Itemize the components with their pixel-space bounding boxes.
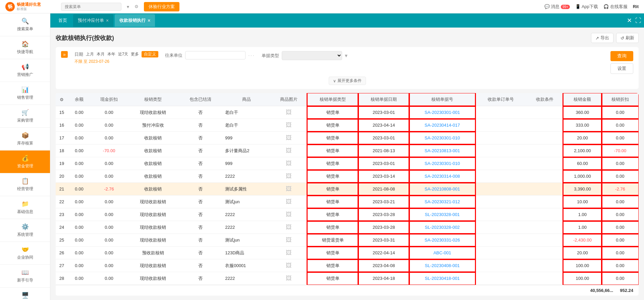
table-cell: 0.00 bbox=[68, 170, 91, 183]
wo-number-link[interactable]: SA-20230314-008 bbox=[425, 174, 460, 179]
table-cell: 0.00 bbox=[602, 221, 639, 234]
sidebar-item-finance[interactable]: 💰 资金管理 bbox=[0, 151, 50, 173]
voucher-type-select[interactable] bbox=[282, 51, 342, 60]
table-cell[interactable]: SA-20230321-012 bbox=[409, 196, 475, 208]
search-icon: 🔍 bbox=[21, 17, 29, 25]
table-cell[interactable]: SA-20230314-008 bbox=[409, 170, 475, 183]
tab-home[interactable]: 首页 bbox=[53, 13, 72, 28]
date-7days[interactable]: 近7天 bbox=[118, 51, 128, 57]
user-name[interactable]: Rit bbox=[633, 4, 639, 9]
wo-number-link[interactable]: SA-20230414-017 bbox=[425, 123, 460, 128]
date-last-month[interactable]: 上月 bbox=[86, 51, 94, 57]
wo-number-link[interactable]: SA-20230301-001 bbox=[425, 110, 460, 115]
table-cell: -70.00 bbox=[91, 144, 127, 157]
wo-number-link[interactable]: SA-20230321-012 bbox=[425, 199, 460, 204]
table-cell: 销货单 bbox=[307, 119, 358, 132]
industry-btn[interactable]: 休验行业方案 bbox=[144, 2, 179, 11]
table-cell: 🖼 bbox=[270, 234, 307, 247]
sidebar-item-collab[interactable]: 🤝 企业协同 bbox=[0, 242, 50, 265]
sidebar-item-label: 基础信息 bbox=[17, 209, 33, 215]
dropdown-icon[interactable]: ▾ bbox=[127, 4, 129, 9]
partner-input[interactable] bbox=[185, 51, 246, 59]
tab-prepay-close[interactable]: × bbox=[106, 18, 109, 23]
date-this-year[interactable]: 本年 bbox=[107, 51, 115, 57]
sidebar-item-guide[interactable]: 📖 新手引导 bbox=[0, 265, 50, 288]
base-icon: 📁 bbox=[21, 200, 29, 208]
date-this-month[interactable]: 本月 bbox=[97, 51, 105, 57]
online-service[interactable]: 🎧 在线客服 bbox=[603, 4, 628, 10]
table-cell bbox=[475, 132, 526, 144]
wo-number-link[interactable]: SA-20210808-001 bbox=[425, 186, 460, 191]
app-download[interactable]: 📱 App下载 bbox=[575, 4, 598, 10]
table-cell[interactable]: SA-20230414-017 bbox=[409, 119, 475, 132]
wo-number-link[interactable]: SL-20230408-001 bbox=[425, 263, 460, 268]
tab-writeoff[interactable]: 收款核销执行 × bbox=[115, 14, 155, 27]
sidebar-item-search[interactable]: 🔍 搜索菜单 bbox=[0, 13, 50, 36]
table-cell bbox=[475, 119, 526, 132]
wo-number-link[interactable]: SA-20230331-026 bbox=[425, 238, 460, 243]
wo-number-link[interactable]: SL-20230328-002 bbox=[425, 225, 460, 230]
sidebar-item-label: 采购管理 bbox=[17, 118, 33, 123]
table-cell: 15 bbox=[56, 106, 68, 119]
table-cell[interactable]: ABC-001 bbox=[409, 247, 475, 259]
messages-icon[interactable]: 💬 消息 99+ bbox=[544, 4, 570, 10]
sidebar-item-sales[interactable]: 📊 销售管理 bbox=[0, 82, 50, 105]
wo-number-link[interactable]: SA-20230301-010 bbox=[425, 135, 460, 140]
tab-writeoff-close[interactable]: × bbox=[148, 18, 150, 23]
export-button[interactable]: ↗ 导出 bbox=[591, 33, 613, 43]
table-cell: 20.00 bbox=[563, 132, 602, 144]
table-cell[interactable]: SL-20230408-001 bbox=[409, 259, 475, 272]
wo-number-link[interactable]: SA-20210813-001 bbox=[425, 148, 460, 153]
table-cell bbox=[475, 221, 526, 234]
table-cell[interactable]: SA-20230301-010 bbox=[409, 157, 475, 170]
table-cell bbox=[526, 170, 563, 183]
close-window-icon[interactable]: ✕ bbox=[627, 17, 632, 24]
table-cell: 销货单 bbox=[307, 208, 358, 221]
table-cell: 现结收款核销 bbox=[127, 234, 178, 247]
refresh-button[interactable]: ↺ 刷新 bbox=[616, 33, 639, 43]
table-cell[interactable]: SL-20230418-001 bbox=[409, 272, 475, 285]
sidebar-item-system[interactable]: ⚙️ 系统管理 bbox=[0, 219, 50, 242]
sidebar-item-nav[interactable]: 🏠 快捷导航 bbox=[0, 36, 50, 59]
table-cell[interactable]: SA-20210808-001 bbox=[409, 183, 475, 196]
tab-prepay[interactable]: 预付冲应付单 × bbox=[73, 14, 113, 27]
wo-number-link[interactable]: ABC-001 bbox=[433, 250, 451, 255]
col-settings-header[interactable]: ⚙ bbox=[56, 93, 68, 106]
col-balance-header: 余额 bbox=[68, 93, 91, 106]
collapse-icon[interactable]: » bbox=[61, 51, 68, 58]
wo-number-link[interactable]: SL-20230418-001 bbox=[425, 276, 460, 281]
table-cell[interactable]: SL-20230328-001 bbox=[409, 208, 475, 221]
table-cell: 0.00 bbox=[68, 144, 91, 157]
table-cell: 2023-03-28 bbox=[358, 208, 409, 221]
table-cell[interactable]: SA-20230331-026 bbox=[409, 234, 475, 247]
maximize-icon[interactable]: ⛶ bbox=[635, 17, 641, 24]
table-cell[interactable]: SA-20230301-001 bbox=[409, 106, 475, 119]
date-filter: 日期 上月 本月 本年 近7天 更多 自定义 不限 至 2023-07-26 bbox=[74, 51, 159, 65]
table-cell[interactable]: SL-20230328-002 bbox=[409, 221, 475, 234]
sidebar-item-base[interactable]: 📁 基础信息 bbox=[0, 196, 50, 219]
table-cell[interactable]: SA-20210813-001 bbox=[409, 144, 475, 157]
sidebar-item-operations[interactable]: 📋 经营管理 bbox=[0, 173, 50, 196]
total-discount: 952.24 bbox=[620, 288, 633, 293]
wo-number-link[interactable]: SL-20230328-001 bbox=[425, 212, 460, 217]
table-cell: 2022-04-14 bbox=[358, 247, 409, 259]
settings-button[interactable]: 设置 bbox=[610, 63, 633, 74]
col-wo-voucher-type-header: 核销单据类型 bbox=[307, 93, 358, 106]
date-more[interactable]: 更多 bbox=[131, 51, 139, 57]
top-search-input[interactable] bbox=[61, 3, 121, 11]
sidebar-item-inventory[interactable]: 📦 库存核算 bbox=[0, 128, 50, 151]
date-custom-btn[interactable]: 自定义 bbox=[142, 51, 158, 57]
table-cell: 销货单 bbox=[307, 247, 358, 259]
sidebar-item-marketing[interactable]: 📢 营销推广 bbox=[0, 59, 50, 82]
voucher-type-label: 单据类型 bbox=[262, 53, 279, 59]
expand-btn[interactable]: ∨ 展开更多条件 bbox=[329, 77, 366, 85]
col-cash-discount-header: 现金折扣 bbox=[91, 93, 127, 106]
search-button[interactable]: 查询 bbox=[610, 51, 633, 61]
wo-number-link[interactable]: SA-20230301-010 bbox=[425, 161, 460, 166]
date-filter-row: 日期 上月 本月 本年 近7天 更多 自定义 bbox=[74, 51, 159, 57]
table-cell[interactable]: SA-20230301-010 bbox=[409, 132, 475, 144]
gear-icon[interactable]: ⚙ bbox=[135, 4, 139, 9]
sidebar-item-purchase[interactable]: 🛒 采购管理 bbox=[0, 105, 50, 128]
filter-collapse-btn[interactable]: » bbox=[61, 51, 68, 58]
sidebar-item-hardware[interactable]: 🖥️ 智能硬件 bbox=[0, 288, 50, 300]
